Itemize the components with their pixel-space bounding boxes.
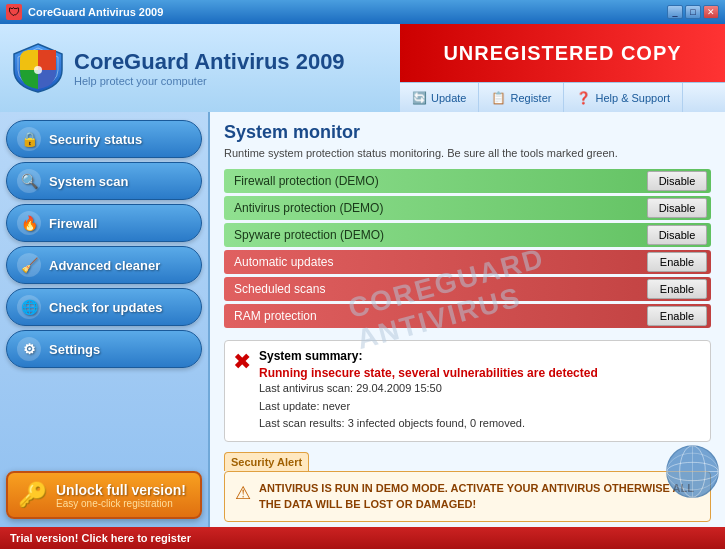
header: CoreGuard Antivirus 2009 Help protect yo… xyxy=(0,24,725,112)
nav-help[interactable]: ❓ Help & Support xyxy=(564,83,683,112)
disable-spyware-button[interactable]: Disable xyxy=(647,225,707,245)
sidebar-label-updates: Check for updates xyxy=(49,300,162,315)
warning-icon: ✖ xyxy=(233,349,251,433)
summary-text: System summary: Running insecure state, … xyxy=(259,349,598,433)
enable-ram-button[interactable]: Enable xyxy=(647,306,707,326)
status-label-scheduled: Scheduled scans xyxy=(224,277,643,301)
alert-header-label: Security Alert xyxy=(224,452,309,471)
firewall-icon: 🔥 xyxy=(17,211,41,235)
summary-last-results: Last scan results: 3 infected objects fo… xyxy=(259,415,598,433)
status-label-auto-updates: Automatic updates xyxy=(224,250,643,274)
security-alert-container: Security Alert ⚠ ANTIVIRUS IS RUN IN DEM… xyxy=(224,452,711,522)
app-title: CoreGuard Antivirus 2009 xyxy=(74,49,345,75)
sidebar-label-security: Security status xyxy=(49,132,142,147)
nav-update-label: Update xyxy=(431,92,466,104)
system-summary: ✖ System summary: Running insecure state… xyxy=(224,340,711,442)
summary-title: System summary: xyxy=(259,349,598,363)
status-bar-label: Trial version! Click here to register xyxy=(10,532,191,544)
minimize-button[interactable]: _ xyxy=(667,5,683,19)
status-label-spyware: Spyware protection (DEMO) xyxy=(224,223,643,247)
globe-decoration xyxy=(665,444,720,499)
sidebar-label-settings: Settings xyxy=(49,342,100,357)
app-icon: 🛡 xyxy=(6,4,22,20)
window-controls[interactable]: _ □ ✕ xyxy=(667,5,719,19)
sidebar-item-security-status[interactable]: 🔒 Security status xyxy=(6,120,202,158)
status-row-ram: RAM protection Enable xyxy=(224,304,711,328)
nav-bar: 🔄 Update 📋 Register ❓ Help & Support xyxy=(400,82,725,112)
alert-icon: ⚠ xyxy=(235,482,251,504)
main-area: 🔒 Security status 🔍 System scan 🔥 Firewa… xyxy=(0,112,725,527)
status-row-spyware: Spyware protection (DEMO) Disable xyxy=(224,223,711,247)
status-row-firewall: Firewall protection (DEMO) Disable xyxy=(224,169,711,193)
status-label-antivirus: Antivirus protection (DEMO) xyxy=(224,196,643,220)
unlock-button[interactable]: 🔑 Unlock full version! Easy one-click re… xyxy=(6,471,202,519)
update-icon: 🔄 xyxy=(412,91,427,105)
enable-scheduled-button[interactable]: Enable xyxy=(647,279,707,299)
status-row-antivirus: Antivirus protection (DEMO) Disable xyxy=(224,196,711,220)
system-scan-icon: 🔍 xyxy=(17,169,41,193)
status-row-auto-updates: Automatic updates Enable xyxy=(224,250,711,274)
sidebar-item-check-updates[interactable]: 🌐 Check for updates xyxy=(6,288,202,326)
alert-message: ANTIVIRUS IS RUN IN DEMO MODE. ACTIVATE … xyxy=(259,480,700,513)
unregistered-banner: UNREGISTERED COPY xyxy=(400,24,725,82)
help-icon: ❓ xyxy=(576,91,591,105)
nav-update[interactable]: 🔄 Update xyxy=(400,83,479,112)
sidebar-item-system-scan[interactable]: 🔍 System scan xyxy=(6,162,202,200)
summary-last-scan: Last antivirus scan: 29.04.2009 15:50 xyxy=(259,380,598,398)
logo-shield xyxy=(12,42,64,94)
summary-last-update: Last update: never xyxy=(259,398,598,416)
sidebar-label-cleaner: Advanced cleaner xyxy=(49,258,160,273)
unlock-text: Unlock full version! Easy one-click regi… xyxy=(56,482,186,509)
status-label-firewall: Firewall protection (DEMO) xyxy=(224,169,643,193)
header-brand: CoreGuard Antivirus 2009 Help protect yo… xyxy=(0,24,400,112)
security-status-icon: 🔒 xyxy=(17,127,41,151)
header-right: UNREGISTERED COPY 🔄 Update 📋 Register ❓ … xyxy=(400,24,725,112)
sidebar-item-advanced-cleaner[interactable]: 🧹 Advanced cleaner xyxy=(6,246,202,284)
enable-auto-updates-button[interactable]: Enable xyxy=(647,252,707,272)
nav-register[interactable]: 📋 Register xyxy=(479,83,564,112)
sidebar-label-firewall: Firewall xyxy=(49,216,97,231)
window-title: CoreGuard Antivirus 2009 xyxy=(28,6,661,18)
svg-point-0 xyxy=(34,66,42,74)
maximize-button[interactable]: □ xyxy=(685,5,701,19)
nav-help-label: Help & Support xyxy=(595,92,670,104)
content-area: System monitor Runtime system protection… xyxy=(210,112,725,527)
disable-firewall-button[interactable]: Disable xyxy=(647,171,707,191)
summary-alert: Running insecure state, several vulnerab… xyxy=(259,366,598,380)
advanced-cleaner-icon: 🧹 xyxy=(17,253,41,277)
unlock-title: Unlock full version! xyxy=(56,482,186,498)
nav-register-label: Register xyxy=(510,92,551,104)
app-subtitle: Help protect your computer xyxy=(74,75,345,87)
close-button[interactable]: ✕ xyxy=(703,5,719,19)
status-row-scheduled: Scheduled scans Enable xyxy=(224,277,711,301)
page-title: System monitor xyxy=(224,122,711,143)
security-alert-box: ⚠ ANTIVIRUS IS RUN IN DEMO MODE. ACTIVAT… xyxy=(224,471,711,522)
unlock-subtitle: Easy one-click registration xyxy=(56,498,186,509)
sidebar-spacer xyxy=(6,372,202,467)
status-label-ram: RAM protection xyxy=(224,304,643,328)
sidebar-item-settings[interactable]: ⚙ Settings xyxy=(6,330,202,368)
status-table: Firewall protection (DEMO) Disable Antiv… xyxy=(224,169,711,328)
check-updates-icon: 🌐 xyxy=(17,295,41,319)
settings-icon: ⚙ xyxy=(17,337,41,361)
title-bar: 🛡 CoreGuard Antivirus 2009 _ □ ✕ xyxy=(0,0,725,24)
status-bar[interactable]: Trial version! Click here to register xyxy=(0,527,725,549)
disable-antivirus-button[interactable]: Disable xyxy=(647,198,707,218)
unlock-icon: 🔑 xyxy=(18,481,48,509)
header-text: CoreGuard Antivirus 2009 Help protect yo… xyxy=(74,49,345,87)
register-icon: 📋 xyxy=(491,91,506,105)
sidebar-label-scan: System scan xyxy=(49,174,129,189)
page-description: Runtime system protection status monitor… xyxy=(224,147,711,159)
sidebar: 🔒 Security status 🔍 System scan 🔥 Firewa… xyxy=(0,112,210,527)
sidebar-item-firewall[interactable]: 🔥 Firewall xyxy=(6,204,202,242)
